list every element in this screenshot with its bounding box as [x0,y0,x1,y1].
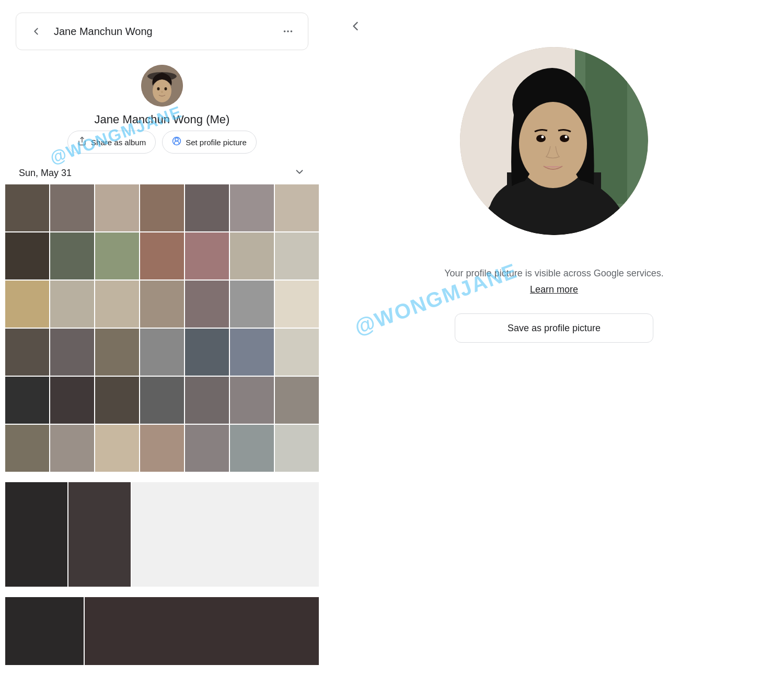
photo-cell[interactable] [95,329,139,376]
photo-cell[interactable] [132,482,319,587]
svg-point-0 [284,30,286,32]
photo-cell[interactable] [5,184,49,231]
photo-row-3 [5,281,319,328]
grid-gap-2 [5,588,319,596]
photo-cell[interactable] [5,597,84,665]
action-buttons-container: @WONGMJANE Share as album Set profile pi… [67,131,257,154]
photo-cell[interactable] [185,232,229,279]
photo-cell[interactable] [275,281,319,328]
photo-cell[interactable] [95,377,139,424]
grid-gap [5,473,319,481]
share-icon [77,136,87,148]
photo-cell[interactable] [275,377,319,424]
top-bar-left: Jane Manchun Wong [27,22,153,41]
photo-cell[interactable] [50,281,94,328]
photo-row-8 [5,597,319,665]
left-panel: Jane Manchun Wong [0,0,324,676]
photo-cell[interactable] [140,329,184,376]
svg-point-6 [153,79,171,102]
info-text-content: Your profile picture is visible across G… [444,268,664,278]
top-bar: Jane Manchun Wong [16,13,308,50]
photo-cell[interactable] [275,184,319,231]
photo-cell[interactable] [5,425,49,472]
photo-cell[interactable] [140,184,184,231]
photo-cell[interactable] [5,377,49,424]
photo-cell[interactable] [275,425,319,472]
svg-point-1 [287,30,289,32]
svg-point-24 [560,135,569,142]
profile-me-label: (Me) [206,113,229,126]
right-back-button[interactable] [345,16,366,37]
photo-cell[interactable] [50,232,94,279]
photo-cell[interactable] [230,184,274,231]
photo-row-2 [5,232,319,279]
photo-cell[interactable] [185,377,229,424]
svg-point-25 [541,136,544,138]
photo-cell[interactable] [185,425,229,472]
set-profile-picture-button[interactable]: Set profile picture [162,131,257,154]
photo-cell[interactable] [185,184,229,231]
photo-cell[interactable] [275,329,319,376]
photo-cell[interactable] [185,329,229,376]
photo-cell[interactable] [140,232,184,279]
photo-cell[interactable] [95,425,139,472]
photo-cell[interactable] [140,377,184,424]
photo-cell[interactable] [50,425,94,472]
save-profile-picture-button[interactable]: Save as profile picture [455,313,653,343]
photo-cell[interactable] [5,482,67,587]
photo-cell[interactable] [140,425,184,472]
photo-row-4 [5,329,319,376]
photo-row-5 [5,377,319,424]
profile-name: Jane Manchun Wong (Me) [95,113,230,126]
share-album-label: Share as album [91,138,146,147]
svg-point-11 [175,138,178,141]
profile-info-text: Your profile picture is visible across G… [444,266,664,297]
svg-point-2 [291,30,293,32]
photo-cell[interactable] [50,377,94,424]
svg-point-8 [164,87,167,90]
photo-cell[interactable] [50,329,94,376]
photo-cell[interactable] [95,281,139,328]
photo-cell[interactable] [95,184,139,231]
date-collapse-button[interactable] [294,166,305,180]
photo-cell[interactable] [230,377,274,424]
photo-cell[interactable] [5,329,49,376]
photo-cell[interactable] [275,232,319,279]
profile-section: Jane Manchun Wong (Me) [95,65,230,126]
photo-grid [5,184,319,665]
svg-point-9 [161,91,163,93]
date-label: Sun, May 31 [19,168,72,179]
back-button[interactable] [27,22,45,41]
top-bar-title: Jane Manchun Wong [54,26,153,38]
photo-row-7 [5,482,319,587]
profile-photo-large [460,47,648,235]
photo-cell[interactable] [230,232,274,279]
set-profile-label: Set profile picture [186,138,247,147]
share-as-album-button[interactable]: Share as album [67,131,156,154]
right-panel: Your profile picture is visible across G… [324,0,784,676]
photo-cell[interactable] [50,184,94,231]
profile-icon [172,136,181,148]
photo-cell[interactable] [230,329,274,376]
photo-cell[interactable] [5,232,49,279]
photo-row-1 [5,184,319,231]
photo-row-6 [5,425,319,472]
learn-more-link[interactable]: Learn more [444,283,664,297]
svg-point-23 [536,135,546,142]
photo-cell[interactable] [85,597,319,665]
avatar-small [141,65,183,107]
photo-cell[interactable] [140,281,184,328]
photo-cell[interactable] [68,482,131,587]
photo-cell[interactable] [5,281,49,328]
photo-cell[interactable] [230,425,274,472]
photo-cell[interactable] [95,232,139,279]
photo-cell[interactable] [185,281,229,328]
svg-point-26 [565,136,568,138]
svg-point-7 [157,87,159,90]
date-section: Sun, May 31 [10,166,314,180]
photo-cell[interactable] [230,281,274,328]
more-options-button[interactable] [279,22,297,41]
save-button-label: Save as profile picture [508,323,601,334]
svg-point-22 [519,102,587,185]
